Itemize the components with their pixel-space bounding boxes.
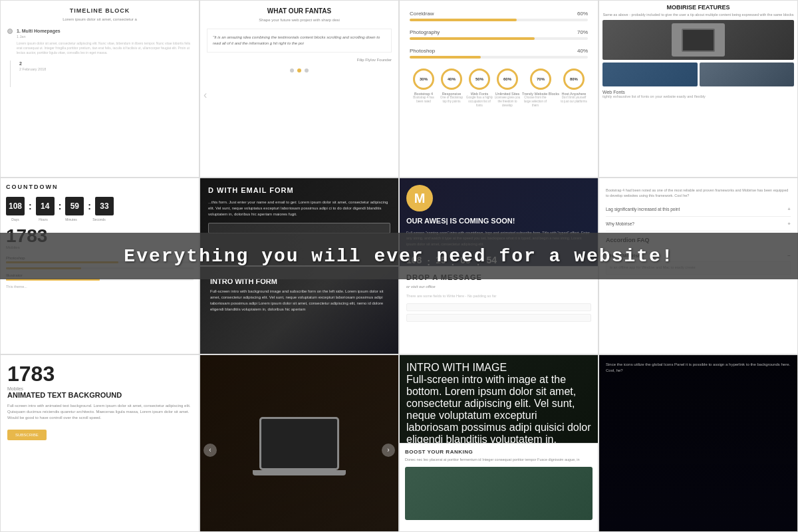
faq-arrow-2-abs: +	[787, 221, 791, 227]
timeline-title: TIMELINE BLOCK	[7, 7, 192, 14]
circles-row: 30% Bootstrap 4 Bootstrap 4 has been rat…	[410, 68, 588, 108]
skill-photography: Photography 70%	[410, 29, 588, 40]
subscribe-btn[interactable]: SUBSCRIBE	[7, 430, 47, 440]
circle-val-host: 80%	[563, 68, 585, 90]
circle-bootstrap: 30% Bootstrap 4 Bootstrap 4 has been rat…	[410, 68, 437, 108]
theme-label-abs: This theme...	[6, 285, 194, 289]
countdown-title-abs: COUNTDOWN	[6, 184, 194, 190]
skill-name-photoshop: Photoshop	[410, 48, 435, 54]
pagination-dots	[207, 68, 392, 72]
timeline-line	[10, 61, 11, 87]
circle-val-responsive: 40%	[441, 68, 462, 90]
cda-minutes: 59	[65, 197, 84, 215]
skill-pct-photography: 70%	[577, 29, 588, 35]
circle-desc-sites: Licensee gives you the freedom to develo…	[494, 96, 521, 108]
circle-host: 80% Host Anywhere Don't limit yourself t…	[561, 68, 587, 108]
faq-q-2-abs[interactable]: Why Mobirise? +	[606, 221, 791, 227]
cda-days: 108	[6, 197, 25, 215]
web-fonts-desc: tightly exhaustive list of fonts on your…	[602, 94, 794, 98]
dot-1[interactable]	[290, 68, 294, 72]
skill-bar-bg-photography	[410, 37, 588, 40]
features-subtitle: Same as above - probably included to giv…	[602, 13, 794, 17]
boost-ranking-2-desc: Donec nec leo placerat at porttior ferme…	[405, 458, 593, 463]
skill-bar-fill-photoshop	[410, 56, 481, 59]
tile-boost-ranking-bottom: BOOST YOUR RANKING Donec nec leo placera…	[399, 443, 598, 532]
circle-webfonts: 50% Web Fonts Google has a highly occupa…	[466, 68, 493, 108]
timeline-item-1: 1. Multi Homepages 1 Jan Lorem ipsum dol…	[7, 28, 192, 55]
drop-name-input[interactable]	[406, 303, 591, 311]
animated-text-title: ANIMATED TEXT BACKGROUND	[7, 391, 192, 400]
banner-text: Everything you will ever need for a webs…	[124, 246, 674, 267]
dark-final-text: Since the icons utilize the global Icons…	[606, 362, 791, 374]
animated-big-num: 1783	[7, 362, 192, 386]
ef-title-abs: D WITH EMAIL FORM	[208, 186, 390, 194]
circle-desc-responsive: One of Bootstrap top thy points	[438, 96, 465, 104]
countdown-display-abs: 108 : 14 : 59 : 33	[6, 197, 194, 215]
timeline-dot-1	[7, 29, 13, 34]
skill-name-coreldraw: Coreldraw	[410, 11, 434, 17]
drop-email-input[interactable]	[406, 314, 591, 322]
faq-item-1-abs: Lag significantly increased at this poin…	[606, 202, 791, 217]
cda-hours: 14	[36, 197, 55, 215]
tile-animated-text: 1783 Mobiles ANIMATED TEXT BACKGROUND Fu…	[0, 354, 200, 532]
dot-3[interactable]	[305, 68, 309, 72]
mobirise-logo: M	[406, 185, 433, 211]
circle-responsive: 40% Responsive One of Bootstrap top thy …	[438, 68, 465, 108]
skill-bar-fill-coreldraw	[410, 19, 517, 21]
faq-q-2-text-abs: Why Mobirise?	[606, 221, 634, 226]
author-name: Filip Flylov Founder	[207, 58, 392, 62]
next-arrow-icon[interactable]: ›	[382, 444, 395, 457]
coming-soon-title: OUR AWES| IS COMING SOON!	[406, 217, 591, 225]
dot-2[interactable]	[297, 68, 301, 72]
ef-desc-abs: ...this form. Just enter your name and e…	[208, 200, 390, 217]
intro-image-title: INTRO WITH IMAGE	[406, 362, 591, 374]
tile-dark-laptop: ‹ ›	[200, 354, 399, 532]
web-fonts-label: Web Fonts	[602, 90, 794, 94]
left-arrow-icon[interactable]: ‹	[203, 89, 207, 101]
animated-text-desc: Full-screen intro with animated text bac…	[7, 403, 192, 421]
circle-sites: 60% Unlimited Sites Licensee gives you t…	[494, 68, 521, 108]
tile-skills: Coreldraw 60% Photography 70% Photosho	[399, 0, 598, 178]
ef-name-abs[interactable]	[208, 223, 390, 233]
banner-overlay: Everything you will ever need for a webs…	[0, 233, 798, 279]
tile-fantasy: WHAT OUR FANTAS Shape your future web pr…	[200, 0, 399, 178]
timeline-item-2: 2 2 February 2018	[7, 61, 192, 87]
skill-bar-bg-coreldraw	[410, 19, 588, 21]
circle-val-webfonts: 50%	[469, 68, 490, 90]
cd-sec-lbl: Seconds	[90, 217, 108, 221]
cd-labels-abs: Days Hours Minutes Seconds	[6, 217, 194, 221]
animated-count-label: Mobiles	[7, 386, 192, 391]
skill-bar-fill-photography	[410, 37, 535, 40]
circle-val-sites: 60%	[497, 68, 518, 90]
tile-timeline: TIMELINE BLOCK Lorem ipsum dolor sit ame…	[0, 0, 200, 178]
circle-desc-bootstrap: Bootstrap 4 has been rated	[410, 96, 437, 104]
cda-seconds: 33	[95, 197, 114, 215]
circle-desc-webfonts: Google has a highly occupation list of f…	[466, 96, 493, 108]
circle-val-trendy: 70%	[530, 68, 551, 90]
timeline-subtitle: Lorem ipsum dolor sit amet, consectetur …	[7, 17, 192, 21]
drop-message-sub: or visit our office	[406, 285, 591, 289]
prev-arrow-icon[interactable]: ‹	[203, 444, 217, 457]
circle-val-bootstrap: 30%	[413, 68, 434, 90]
bootstrap-note-abs: Bootstrap 4 had been noted as one of the…	[606, 188, 791, 198]
if-desc-abs: Full-screen intro with background image …	[210, 289, 388, 313]
skill-name-photography: Photography	[410, 29, 440, 35]
circle-desc-trendy: Choose from the large selection of them	[522, 96, 549, 108]
faq-q-1-abs[interactable]: Lag significantly increased at this poin…	[606, 206, 791, 212]
cd-min-lbl: Minutes	[62, 217, 80, 221]
tile-mobirise-features: MOBIRISE FEATURES Same as above - probab…	[598, 0, 798, 178]
feature-img-sm-2	[700, 63, 795, 86]
feature-img-main	[602, 20, 794, 60]
skill-photoshop: Photoshop 40%	[410, 48, 588, 59]
features-title: MOBIRISE FEATURES	[602, 4, 794, 11]
cd-days-lbl: Days	[6, 217, 25, 221]
fantasy-title: WHAT OUR FANTAS	[207, 7, 392, 15]
boost-ranking-2-title: BOOST YOUR RANKING	[405, 449, 593, 455]
features-images	[602, 20, 794, 86]
circle-desc-host: Don't limit yourself to just our platfor…	[561, 96, 587, 104]
cd-hours-lbl: Hours	[34, 217, 53, 221]
skill-pct-photoshop: 40%	[577, 48, 588, 54]
faq-q-1-text-abs: Lag significantly increased at this poin…	[606, 207, 680, 211]
nav-arrows: ‹ ›	[200, 444, 398, 457]
circle-trendy: 70% Trendy Website Blocks Choose from th…	[522, 68, 559, 108]
